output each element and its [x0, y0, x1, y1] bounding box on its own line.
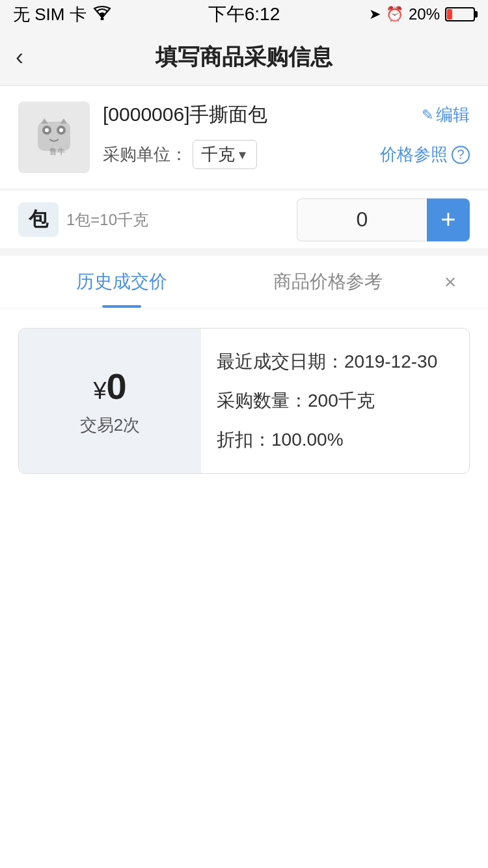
info-icon: ? [452, 146, 470, 164]
qty-input-group[interactable]: 0 + [297, 198, 470, 241]
product-info: [0000006]手撕面包 ✎ 编辑 采购单位： 千克 ▾ 价格参照 ? [103, 102, 470, 169]
history-price: ¥0 [93, 365, 126, 407]
history-detail-date: 最近成交日期：2019-12-30 [217, 348, 454, 375]
tab-close-button[interactable]: × [431, 262, 470, 301]
qty-input[interactable]: 0 [297, 198, 427, 241]
svg-point-0 [100, 17, 103, 20]
tab-price-ref[interactable]: 商品价格参考 [224, 256, 431, 308]
qty-plus-button[interactable]: + [427, 198, 470, 241]
qty-unit: 包 [18, 202, 59, 237]
unit-select[interactable]: 千克 ▾ [193, 140, 257, 169]
status-right: ➤ ⏰ 20% [369, 5, 475, 23]
svg-text:鲁牛: 鲁牛 [49, 147, 65, 156]
qty-label-group: 包 1包=10千克 [18, 202, 148, 237]
history-right: 最近成交日期：2019-12-30 采购数量：200千克 折扣：100.00% [201, 329, 469, 473]
history-content: ¥0 交易2次 最近成交日期：2019-12-30 采购数量：200千克 折扣：… [0, 308, 488, 493]
quantity-section: 包 1包=10千克 0 + [0, 191, 488, 249]
wifi-icon [93, 5, 111, 25]
history-detail-qty: 采购数量：200千克 [217, 387, 454, 414]
edit-icon: ✎ [422, 107, 433, 124]
status-time: 下午6:12 [208, 2, 280, 27]
battery-percent: 20% [409, 5, 440, 23]
back-button[interactable]: ‹ [16, 44, 23, 71]
status-left: 无 SIM 卡 [13, 3, 111, 26]
tab-history-price[interactable]: 历史成交价 [18, 256, 224, 308]
product-name: [0000006]手撕面包 [103, 102, 267, 128]
location-icon: ➤ [369, 6, 381, 23]
product-card: 鲁牛 [0000006]手撕面包 ✎ 编辑 采购单位： 千克 ▾ 价格参照 [0, 86, 488, 189]
history-trades: 交易2次 [80, 414, 140, 437]
qty-conversion: 1包=10千克 [66, 210, 148, 230]
product-logo-icon: 鲁牛 [31, 112, 77, 163]
unit-label: 采购单位： 千克 ▾ [103, 140, 257, 169]
dropdown-arrow-icon: ▾ [239, 146, 246, 163]
tabs-header: 历史成交价 商品价格参考 × [0, 256, 488, 308]
product-image: 鲁牛 [18, 102, 90, 173]
history-card: ¥0 交易2次 最近成交日期：2019-12-30 采购数量：200千克 折扣：… [18, 328, 470, 474]
history-left: ¥0 交易2次 [19, 329, 201, 473]
svg-point-5 [59, 128, 63, 132]
history-detail-discount: 折扣：100.00% [217, 426, 454, 454]
status-bar: 无 SIM 卡 下午6:12 ➤ ⏰ 20% [0, 0, 488, 29]
tabs-panel: 历史成交价 商品价格参考 × ¥0 交易2次 最近成交日期：2019-12-30… [0, 256, 488, 493]
battery-icon [445, 7, 475, 21]
edit-button[interactable]: ✎ 编辑 [422, 103, 470, 126]
alarm-icon: ⏰ [386, 6, 403, 23]
svg-point-4 [45, 128, 49, 132]
price-ref-button[interactable]: 价格参照 ? [380, 143, 470, 166]
bottom-area [0, 493, 488, 868]
page-header: ‹ 填写商品采购信息 [0, 29, 488, 86]
carrier-text: 无 SIM 卡 [13, 3, 87, 26]
page-title: 填写商品采购信息 [156, 42, 332, 72]
